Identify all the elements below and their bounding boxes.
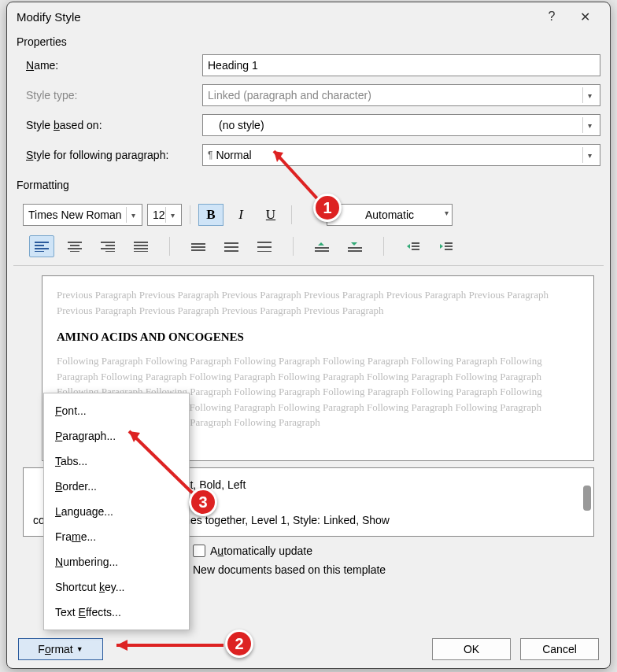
basedon-label: Style based on: <box>26 119 202 131</box>
svg-line-43 <box>129 431 197 497</box>
font-color-select[interactable]: Automatic▾ <box>327 204 453 226</box>
annotation-badge-2: 2 <box>225 630 253 658</box>
increase-indent-button[interactable] <box>433 235 458 257</box>
scrollbar-thumb[interactable] <box>583 486 591 511</box>
svg-marker-25 <box>318 242 324 246</box>
auto-update-label: Automatically update <box>210 545 312 557</box>
paragraph-toolbar <box>13 232 604 266</box>
svg-marker-28 <box>351 242 357 246</box>
dialog-bottom: Format▼ OK Cancel <box>7 630 610 668</box>
separator <box>293 237 294 256</box>
chevron-down-icon[interactable]: ▾ <box>126 207 140 223</box>
cancel-button[interactable]: Cancel <box>520 638 599 660</box>
separator <box>169 237 170 256</box>
svg-marker-35 <box>440 244 443 249</box>
align-right-button[interactable] <box>95 235 120 257</box>
menu-frame[interactable]: Frame... <box>44 524 189 549</box>
dialog-title: Modify Style <box>17 10 542 24</box>
modify-style-dialog: Modify Style ? ✕ Properties Name: Headin… <box>6 2 611 669</box>
font-size-select[interactable]: 12▾ <box>147 204 182 226</box>
basedon-select[interactable]: (no style) ▾ <box>202 114 600 136</box>
spacing-2-button[interactable] <box>252 235 277 257</box>
align-left-button[interactable] <box>29 235 54 257</box>
preview-sample: AMINO ACIDS AND ONCOGENES <box>57 330 579 344</box>
auto-update-checkbox[interactable] <box>193 545 205 557</box>
svg-marker-31 <box>407 244 410 249</box>
space-before-inc-button[interactable] <box>309 235 334 257</box>
following-label: Style for following paragraph: <box>26 149 202 161</box>
space-before-dec-button[interactable] <box>342 235 368 257</box>
menu-texteffects[interactable]: Text Effects... <box>44 600 189 625</box>
menu-font[interactable]: Font... <box>44 398 189 423</box>
svg-line-39 <box>274 151 323 205</box>
spacing-1-button[interactable] <box>186 235 211 257</box>
separator <box>383 237 384 256</box>
styletype-label: Style type: <box>26 89 202 102</box>
menu-shortcut[interactable]: Shortcut key... <box>44 574 189 600</box>
decrease-indent-button[interactable] <box>400 235 425 257</box>
annotation-badge-1: 1 <box>313 194 342 222</box>
titlebar: Modify Style ? ✕ <box>7 2 610 31</box>
ok-button[interactable]: OK <box>432 638 511 660</box>
chevron-down-icon[interactable]: ▾ <box>165 207 179 223</box>
italic-button[interactable]: I <box>228 204 253 226</box>
properties-heading: Properties <box>17 31 600 54</box>
font-family-select[interactable]: Times New Roman▾ <box>23 204 142 226</box>
menu-numbering[interactable]: Numbering... <box>44 549 189 574</box>
chevron-down-icon: ▾ <box>582 87 597 103</box>
pilcrow-icon: ¶ <box>208 150 212 161</box>
chevron-down-icon[interactable]: ▾ <box>582 117 597 133</box>
annotation-arrow-2 <box>105 634 231 656</box>
preview-prev-text: Previous Paragraph Previous Paragraph Pr… <box>57 287 579 318</box>
align-center-button[interactable] <box>62 235 87 257</box>
annotation-badge-3: 3 <box>189 488 217 516</box>
name-input[interactable]: Heading 1 <box>202 54 600 76</box>
styletype-select: Linked (paragraph and character) ▾ <box>202 84 600 106</box>
svg-marker-42 <box>116 640 127 651</box>
name-label: Name: <box>26 59 202 72</box>
chevron-down-icon[interactable]: ▾ <box>445 209 449 217</box>
chevron-down-icon[interactable]: ▾ <box>582 147 597 163</box>
close-button[interactable]: ✕ <box>575 7 594 26</box>
spacing-15-button[interactable] <box>219 235 244 257</box>
help-button[interactable]: ? <box>542 7 561 26</box>
triangle-down-icon: ▼ <box>76 645 83 653</box>
separator <box>190 205 190 224</box>
align-justify-button[interactable] <box>128 235 153 257</box>
newdoc-label: New documents based on this template <box>193 563 386 576</box>
bold-button[interactable]: B <box>198 204 224 226</box>
format-button[interactable]: Format▼ <box>18 638 103 660</box>
